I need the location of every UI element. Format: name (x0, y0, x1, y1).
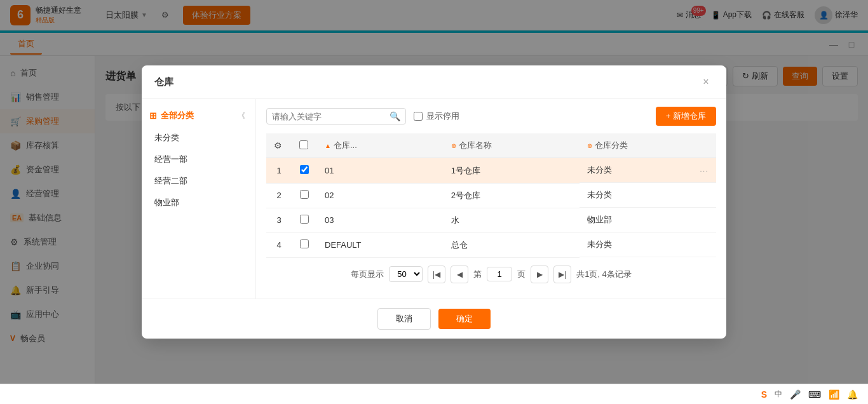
row-name: 2号仓库 (444, 183, 580, 208)
keyboard-icon[interactable]: ⌨ (808, 389, 821, 400)
sort-icon: ▲ (325, 142, 331, 149)
grid-icon: ⊞ (149, 111, 157, 121)
row-actions[interactable]: ··· (700, 166, 709, 175)
select-all-checkbox[interactable] (299, 140, 308, 149)
row-code: 03 (317, 208, 444, 232)
table-panel: 🔍 显示停用 + 新增仓库 ⚙ (256, 99, 726, 299)
row-index: 1 (266, 158, 292, 184)
row-checkbox-cell (292, 183, 317, 208)
th-name: ⊕ 仓库名称 (444, 133, 580, 158)
category-item-ops1[interactable]: 经营一部 (147, 149, 250, 170)
table-row: 3 03 水 物业部 (266, 208, 716, 232)
sort-name-icon: ⊕ (451, 142, 456, 149)
modal-header: 仓库 × (142, 65, 726, 99)
show-disabled-option: 显示停用 (414, 111, 459, 122)
modal-overlay: 仓库 × ⊞ 全部分类 《 未分类 经营一部 经营二部 物业部 (0, 0, 868, 404)
sort-cat-icon: ⊕ (587, 142, 592, 149)
table-toolbar: 🔍 显示停用 + 新增仓库 (266, 107, 716, 126)
table-settings-icon[interactable]: ⚙ (274, 140, 282, 151)
row-category: 未分类 (580, 232, 716, 257)
category-panel: ⊞ 全部分类 《 未分类 经营一部 经营二部 物业部 (142, 99, 256, 299)
row-select-checkbox[interactable] (300, 165, 309, 174)
category-item-ops2[interactable]: 经营二部 (147, 170, 250, 192)
page-next-button[interactable]: ▶ (531, 266, 548, 283)
th-category: ⊕ 仓库分类 (580, 133, 716, 158)
s-logo: S (761, 389, 767, 400)
row-code: DEFAULT (317, 232, 444, 257)
per-page-select[interactable]: 50 (389, 266, 423, 282)
row-index: 3 (266, 208, 292, 232)
th-code: ▲ 仓库... (317, 133, 444, 158)
row-select-checkbox[interactable] (300, 215, 309, 224)
row-select-checkbox[interactable] (300, 190, 309, 199)
row-index: 4 (266, 232, 292, 257)
category-collapse-button[interactable]: 《 (235, 109, 248, 122)
modal-close-button[interactable]: × (698, 74, 714, 90)
modal-title: 仓库 (154, 76, 173, 88)
table-row: 4 DEFAULT 总仓 未分类 (266, 232, 716, 257)
table-row: 2 02 2号仓库 未分类 (266, 183, 716, 208)
table-row: 1 01 1号仓库 未分类 ··· (266, 158, 716, 184)
warehouse-modal: 仓库 × ⊞ 全部分类 《 未分类 经营一部 经营二部 物业部 (142, 65, 726, 339)
modal-footer: 取消 确定 (142, 299, 726, 339)
category-item-property[interactable]: 物业部 (147, 192, 250, 213)
cancel-button[interactable]: 取消 (377, 308, 431, 330)
search-icon[interactable]: 🔍 (390, 111, 400, 121)
category-list: 未分类 经营一部 经营二部 物业部 (142, 127, 255, 213)
wifi-icon: 📶 (829, 389, 839, 400)
th-checkbox (292, 133, 317, 158)
th-settings: ⚙ (266, 133, 292, 158)
search-box: 🔍 (266, 108, 406, 125)
confirm-button[interactable]: 确定 (438, 309, 491, 329)
search-input[interactable] (272, 112, 386, 121)
page-prev-button[interactable]: ◀ (451, 266, 468, 283)
row-name: 水 (444, 208, 580, 232)
row-code: 02 (317, 183, 444, 208)
row-category: 未分类 (580, 183, 716, 208)
pagination-bar: 每页显示 50 |◀ ◀ 第 页 ▶ ▶| 共1页, 4条记录 (266, 258, 716, 291)
status-bar: S 中 🎤 ⌨ 📶 🔔 (0, 384, 868, 404)
warehouse-table: ⚙ ▲ 仓库... (266, 133, 716, 258)
table-header-row: ⚙ ▲ 仓库... (266, 133, 716, 158)
row-name: 总仓 (444, 232, 580, 257)
row-category: 物业部 (580, 208, 716, 232)
row-name: 1号仓库 (444, 158, 580, 184)
add-warehouse-button[interactable]: + 新增仓库 (656, 107, 716, 126)
page-first-button[interactable]: |◀ (428, 266, 445, 283)
row-checkbox-cell (292, 158, 317, 184)
category-item-unclassified[interactable]: 未分类 (147, 127, 250, 149)
bell-icon[interactable]: 🔔 (847, 389, 858, 400)
show-disabled-checkbox[interactable] (414, 112, 423, 121)
page-number-input[interactable] (487, 267, 512, 281)
category-all-label[interactable]: ⊞ 全部分类 (149, 110, 194, 121)
row-select-checkbox[interactable] (300, 239, 309, 248)
row-checkbox-cell (292, 208, 317, 232)
row-category: 未分类 ··· (580, 158, 716, 183)
zh-label: 中 (775, 389, 782, 400)
row-checkbox-cell (292, 232, 317, 257)
category-header: ⊞ 全部分类 《 (142, 104, 255, 127)
page-last-button[interactable]: ▶| (553, 266, 571, 283)
table-body: 1 01 1号仓库 未分类 ··· 2 02 2号仓库 未分类 3 (266, 158, 716, 258)
row-index: 2 (266, 183, 292, 208)
mic-icon[interactable]: 🎤 (790, 389, 801, 400)
row-code: 01 (317, 158, 444, 184)
modal-body: ⊞ 全部分类 《 未分类 经营一部 经营二部 物业部 (142, 99, 726, 299)
